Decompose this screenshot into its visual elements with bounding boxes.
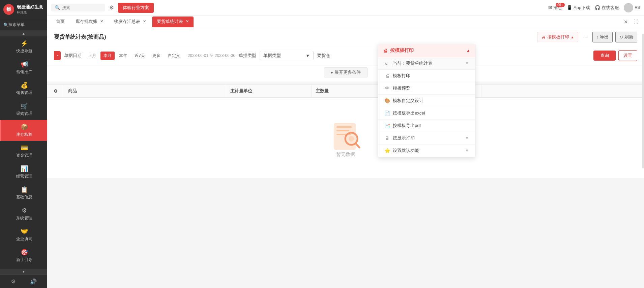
export-btn[interactable]: ↑ 导出: [592, 32, 613, 42]
date-custom[interactable]: 自定义: [165, 52, 183, 60]
dropdown-template-preview[interactable]: 👁 模板预览: [378, 82, 475, 95]
system-icon: ⚙: [22, 207, 27, 214]
search-topbar-icon: 🔍: [55, 5, 60, 10]
sidebar-item-basics[interactable]: 📋 基础信息: [0, 183, 47, 203]
tab-batch-account-close[interactable]: ✕: [100, 19, 103, 24]
window-close-btn[interactable]: ✕: [622, 18, 630, 26]
print-dropdown: 🖨 按模板打印 ▲ 🖨 当前：要货单统计表 ▼ 🖨 模板打印 👁 模板预览 🎨 …: [378, 44, 475, 157]
sidebar-bottom: ⚙ 🔊: [0, 275, 47, 288]
online-service-btn[interactable]: 🎧 在线客服: [595, 5, 619, 11]
svg-line-5: [356, 143, 359, 148]
date-this-month[interactable]: 本月: [100, 52, 115, 60]
order-type-label: 单据类型: [239, 53, 256, 59]
avatar-img: [624, 3, 633, 12]
topbar-gear-icon[interactable]: ⚙: [108, 3, 115, 12]
expand-icon: ▾: [331, 70, 333, 75]
page-header-row: 要货单统计表(按商品) 🖨 按模板打印 ▲ ··· ↑ 导出 ↻ 刷新: [47, 28, 644, 46]
tabbar: 首页 库存批次账 ✕ 收发存汇总表 ✕ 要货单统计表 ✕ ✕ ⛶: [47, 15, 644, 28]
date-filter: 上月 本月 本年 近7天 更多 自定义: [85, 52, 183, 60]
tab-home[interactable]: 首页: [51, 17, 69, 27]
settings-btn[interactable]: 设置: [618, 50, 637, 61]
sidebar-item-guide[interactable]: 🎯 新手引导: [0, 245, 47, 266]
page-title: 要货单统计表(按商品): [54, 34, 106, 41]
sidebar-nav: ⚡ 快捷导航 📢 营销推广 💰 销售管理 🛒 采购管理 📦 库存核算 💳 资金管…: [0, 36, 47, 269]
current-item-arrow: ▼: [465, 61, 469, 66]
sidebar-item-inventory[interactable]: 📦 库存核算: [0, 120, 47, 141]
filter-bar: › 单据日期 上月 本月 本年 近7天 更多 自定义 2023-06-01 至 …: [47, 46, 644, 65]
audio-bottom-icon[interactable]: 🔊: [30, 278, 37, 285]
order-type-select[interactable]: 单据类型 ▼: [260, 51, 314, 60]
sidebar-scroll-down[interactable]: ▼: [0, 269, 47, 275]
dropdown-template-design[interactable]: 🎨 模板自定义设计: [378, 95, 475, 107]
dropdown-display-print[interactable]: 🖥 按显示打印 ▼: [378, 132, 475, 145]
query-btn[interactable]: 查询: [593, 51, 616, 61]
inventory-icon: 📦: [21, 123, 28, 131]
date-more[interactable]: 更多: [149, 52, 164, 60]
print-chevron-up-icon: ▲: [570, 35, 574, 39]
sidebar-item-finance[interactable]: 💳 资金管理: [0, 141, 47, 162]
dropdown-current-item[interactable]: 🖨 当前：要货单统计表 ▼: [378, 57, 475, 70]
svg-rect-1: [336, 126, 352, 128]
user-avatar[interactable]: Rit: [624, 3, 640, 12]
sales-icon: 💰: [21, 82, 28, 89]
template-preview-icon: 👁: [384, 86, 390, 91]
dropdown-template-pdf[interactable]: 📑 按模板导出pdf: [378, 120, 475, 132]
sidebar-item-quick-nav[interactable]: ⚡ 快捷导航: [0, 36, 47, 57]
sidebar-search-btn[interactable]: 🔍 搜索菜单: [0, 19, 47, 31]
download-icon: 📱: [567, 5, 572, 10]
sidebar-item-collab[interactable]: 🤝 企业协同: [0, 224, 47, 245]
print-template-btn[interactable]: 🖨 按模板打印 ▲: [537, 32, 578, 42]
settings-bottom-icon[interactable]: ⚙: [11, 278, 16, 285]
th-product: 商品: [64, 85, 226, 97]
dropdown-print-icon: 🖨: [383, 48, 387, 53]
expand-more-btn[interactable]: ▾ 展开更多条件: [324, 67, 368, 77]
topbar-search[interactable]: 🔍: [51, 4, 105, 11]
tab-order-stats[interactable]: 要货单统计表 ✕: [152, 17, 194, 27]
ellipsis-btn[interactable]: ···: [581, 33, 589, 41]
basics-icon: 📋: [21, 186, 28, 193]
tab-batch-account[interactable]: 库存批次账 ✕: [71, 17, 108, 27]
sidebar-item-apps[interactable]: 🔧 应用中心: [0, 266, 47, 269]
messages-btn[interactable]: ✉ 消息 99+: [548, 5, 562, 11]
template-print-icon: 🖨: [384, 73, 390, 78]
sidebar-scroll-up[interactable]: ▲: [0, 31, 47, 36]
dropdown-template-print[interactable]: 🖨 模板打印: [378, 70, 475, 82]
tab-order-stats-close[interactable]: ✕: [186, 19, 189, 24]
date-last-month[interactable]: 上月: [85, 52, 99, 60]
headset-icon: 🎧: [595, 5, 600, 10]
app-logo-icon: 畅: [3, 4, 14, 15]
dropdown-collapse-btn[interactable]: ▲: [466, 48, 470, 53]
tab-receipt-summary-close[interactable]: ✕: [143, 19, 146, 24]
filter-toggle-btn[interactable]: ›: [54, 51, 61, 60]
industry-btn[interactable]: 体验行业方案: [118, 3, 154, 13]
export-icon: ↑: [596, 35, 599, 40]
display-print-icon: 🖥: [384, 135, 390, 141]
display-print-arrow: ▼: [465, 136, 469, 140]
date-this-year[interactable]: 本年: [116, 52, 130, 60]
sidebar-logo: 畅 畅捷通好生意 标准版: [0, 0, 47, 19]
sidebar-item-operations[interactable]: 📊 经营管理: [0, 162, 47, 183]
sidebar-item-system[interactable]: ⚙ 系统管理: [0, 203, 47, 224]
sidebar-item-sales[interactable]: 💰 销售管理: [0, 78, 47, 99]
app-download-btn[interactable]: 📱 App下载: [567, 5, 590, 11]
finance-icon: 💳: [21, 144, 28, 152]
sidebar-item-marketing[interactable]: 📢 营销推广: [0, 57, 47, 78]
date-last-7-days[interactable]: 近7天: [131, 52, 148, 60]
dropdown-template-excel[interactable]: 📄 按模板导出excel: [378, 107, 475, 120]
table-header: ⚙ 商品 主计量单位 主数量 零售金额: [47, 84, 644, 98]
search-input[interactable]: [62, 5, 96, 10]
refresh-icon: ↻: [619, 35, 623, 40]
window-expand-btn[interactable]: ⛶: [632, 18, 640, 26]
th-settings[interactable]: ⚙: [47, 85, 64, 97]
tab-receipt-summary[interactable]: 收发存汇总表 ✕: [109, 17, 151, 27]
chevron-left-icon: ›: [57, 53, 58, 58]
quick-nav-icon: ⚡: [21, 40, 28, 47]
dropdown-title-area: 🖨 按模板打印: [383, 47, 414, 54]
svg-rect-2: [336, 130, 349, 131]
refresh-btn[interactable]: ↻ 刷新: [615, 32, 637, 42]
messages-badge: 99+: [556, 3, 565, 7]
resize-handle[interactable]: [642, 34, 644, 168]
sidebar-item-purchase[interactable]: 🛒 采购管理: [0, 99, 47, 120]
message-icon: ✉: [548, 5, 552, 10]
dropdown-set-default[interactable]: ⭐ 设置默认功能 ▼: [378, 145, 475, 157]
